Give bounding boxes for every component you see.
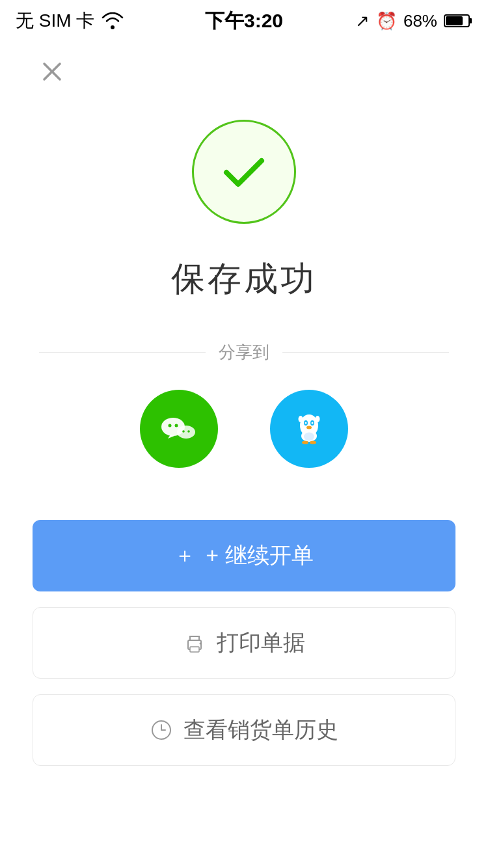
- svg-point-8: [175, 424, 178, 427]
- svg-point-21: [310, 441, 316, 444]
- svg-point-9: [182, 430, 185, 433]
- wechat-icon: [156, 406, 202, 452]
- svg-point-7: [169, 424, 172, 427]
- svg-point-10: [187, 430, 190, 433]
- status-time: 下午3:20: [205, 8, 283, 34]
- wifi-icon: [101, 12, 124, 29]
- status-bar: 无 SIM 卡 下午3:20 ↗ ⏰ 68%: [0, 0, 488, 42]
- print-button[interactable]: 打印单据: [33, 607, 455, 679]
- history-button[interactable]: 查看销货单历史: [33, 694, 455, 766]
- success-icon-container: [192, 120, 296, 224]
- actions-section: ＋ + 继续开单 打印单据 查看销货单历史: [0, 520, 488, 766]
- wechat-share-button[interactable]: [140, 390, 218, 468]
- svg-point-15: [305, 422, 307, 424]
- share-section: 分享到: [0, 341, 488, 468]
- sim-label: 无 SIM 卡: [16, 8, 94, 33]
- battery-icon: [444, 14, 472, 28]
- share-divider: 分享到: [0, 341, 488, 364]
- svg-point-23: [316, 416, 320, 422]
- alarm-icon: ⏰: [376, 11, 397, 31]
- status-right: ↗ ⏰ 68%: [355, 11, 472, 31]
- share-icons-row: [140, 390, 348, 468]
- close-icon: [38, 57, 66, 86]
- svg-rect-25: [190, 647, 199, 652]
- status-left: 无 SIM 卡: [16, 8, 124, 33]
- svg-rect-2: [446, 16, 463, 25]
- divider-left: [39, 352, 206, 353]
- success-title: 保存成功: [171, 256, 317, 302]
- share-label: 分享到: [219, 341, 269, 364]
- svg-point-20: [302, 441, 308, 444]
- divider-right: [282, 352, 449, 353]
- history-label: 查看销货单历史: [183, 715, 338, 745]
- continue-icon: ＋: [174, 541, 195, 570]
- qq-icon: [286, 406, 332, 452]
- close-button[interactable]: [33, 52, 72, 91]
- history-icon: [150, 718, 173, 742]
- continue-button[interactable]: ＋ + 继续开单: [33, 520, 455, 591]
- svg-point-19: [304, 433, 314, 441]
- location-icon: ↗: [355, 11, 370, 31]
- svg-point-22: [299, 416, 303, 422]
- continue-label: + 继续开单: [206, 541, 313, 571]
- main-content: 保存成功 分享到: [0, 42, 488, 766]
- svg-point-6: [177, 426, 195, 439]
- svg-rect-1: [469, 18, 472, 23]
- svg-point-17: [306, 426, 312, 429]
- print-icon: [183, 631, 206, 655]
- print-label: 打印单据: [217, 628, 305, 658]
- battery-percentage: 68%: [403, 11, 437, 31]
- qq-share-button[interactable]: [270, 390, 348, 468]
- svg-point-26: [200, 643, 202, 645]
- checkmark-icon: [215, 142, 273, 201]
- svg-point-16: [312, 422, 314, 424]
